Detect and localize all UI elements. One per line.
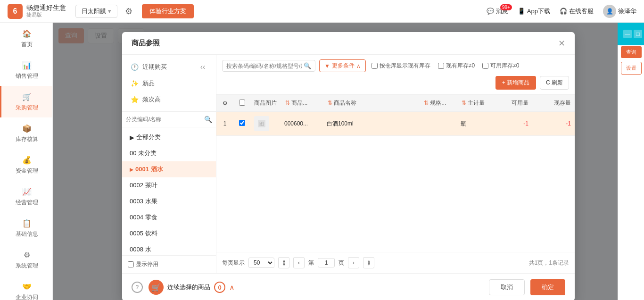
first-page-button[interactable]: ⟪ <box>278 257 289 268</box>
confirm-button[interactable]: 确定 <box>530 279 565 295</box>
app-download-label: App下载 <box>527 7 550 16</box>
settings-button[interactable]: 设置 <box>621 62 642 75</box>
checkbox-warehouse-stock[interactable]: 按仓库显示现有库存 <box>372 62 430 70</box>
add-product-button[interactable]: + 新增商品 <box>495 76 536 90</box>
th-image: 商品图片 <box>250 95 281 112</box>
cart-expand-button[interactable]: ∧ <box>229 283 235 292</box>
message-item[interactable]: 💬 消息 99+ <box>487 7 508 16</box>
cat-caret-liquor: ▶ <box>130 167 133 172</box>
last-page-button[interactable]: ⟫ <box>363 257 374 268</box>
cat-item-all[interactable]: ▶ 全部分类 <box>122 129 216 145</box>
category-search-icon[interactable]: 🔍 <box>204 116 212 123</box>
cat-item-fruit[interactable]: 0003 水果 <box>122 193 216 209</box>
service-item[interactable]: 🎧 在线客服 <box>560 7 594 16</box>
refresh-button[interactable]: C 刷新 <box>540 76 569 90</box>
sidebar-item-operations[interactable]: 📈 经营管理 <box>0 181 52 212</box>
user-item[interactable]: 👤 徐泽华 <box>603 5 636 18</box>
system-icon: ⚙ <box>22 250 32 260</box>
logo-text-block: 畅捷通好生意 捷易版 <box>26 4 66 19</box>
minimize-button[interactable]: — <box>623 30 632 38</box>
cat-label-snack: 0004 零食 <box>130 213 157 222</box>
sort-arrow-code: ⇅ <box>285 100 290 106</box>
th-spec[interactable]: ⇅ 规格... <box>419 95 457 112</box>
nav-item-frequent[interactable]: ⭐ 频次高 <box>126 92 212 108</box>
cat-item-liquor[interactable]: ▶ 0001 酒水 <box>122 161 216 177</box>
settings-gear-button[interactable]: ⚙ <box>121 4 136 19</box>
row-avail: -1 <box>490 112 532 136</box>
sidebar-item-purchase[interactable]: 🛒 采购管理 <box>0 86 52 117</box>
sidebar-item-inventory[interactable]: 📦 库存核算 <box>0 117 52 149</box>
cat-item-beverage[interactable]: 0005 饮料 <box>122 225 216 242</box>
cat-item-water[interactable]: 0008 水 <box>122 242 216 255</box>
maximize-button[interactable]: □ <box>634 30 642 38</box>
toolbar-right-buttons: + 新增商品 C 刷新 <box>495 76 569 90</box>
app-download-item[interactable]: 📱 App下载 <box>518 7 550 16</box>
sidebar-item-sales[interactable]: 📊 销售管理 <box>0 54 52 86</box>
show-disabled-label[interactable]: 显示停用 <box>128 260 158 268</box>
checkbox-nonzero-stock[interactable]: 现有库存≠0 <box>438 62 475 70</box>
window-controls: — □ <box>618 23 644 45</box>
cat-item-uncategorized[interactable]: 00 未分类 <box>122 145 216 161</box>
enterprise-icon: 🤝 <box>22 281 32 292</box>
row-name: 白酒100ml <box>323 112 419 136</box>
main-area: 查询 设置 刷新 商品参照 ✕ 🕐 <box>53 23 644 300</box>
page-size-select[interactable]: 50 10 20 100 <box>248 258 274 268</box>
cat-item-snack[interactable]: 0004 零食 <box>122 209 216 225</box>
prev-page-button[interactable]: ‹ <box>293 257 305 268</box>
select-all-checkbox[interactable] <box>239 100 245 106</box>
sidebar-label-operations: 经营管理 <box>16 199 38 207</box>
query-button[interactable]: 查询 <box>621 46 642 58</box>
quick-nav: 🕐 近期购买 ‹‹ ✨ 新品 ⭐ 频次高 <box>122 55 216 112</box>
th-unit[interactable]: ⇅ 主计量 <box>457 95 490 112</box>
avail-stock-checkbox[interactable] <box>482 63 488 69</box>
logo-version: 捷易版 <box>26 11 66 18</box>
cart-label: 连续选择的商品 <box>167 283 210 292</box>
checkbox-avail-stock[interactable]: 可用库存≠0 <box>482 62 519 70</box>
row-stock: -1 <box>532 112 575 136</box>
sort-arrow-name: ⇅ <box>328 100 332 106</box>
sidebar-item-system[interactable]: ⚙ 系统管理 <box>0 244 52 275</box>
product-search-input[interactable] <box>226 63 302 69</box>
sidebar-item-enterprise[interactable]: 🤝 企业协同 <box>0 275 52 300</box>
modal-header: 商品参照 ✕ <box>122 32 575 55</box>
cancel-button[interactable]: 取消 <box>489 279 525 295</box>
nav-selector[interactable]: 日太阳膜 ▾ <box>75 5 117 18</box>
product-search-icon[interactable]: 🔍 <box>304 62 311 69</box>
modal-close-button[interactable]: ✕ <box>558 39 565 48</box>
product-thumbnail: 图 <box>254 116 269 131</box>
category-search-input[interactable] <box>126 116 202 123</box>
sidebar-label-enterprise: 企业协同 <box>16 293 38 300</box>
new-icon: ✨ <box>131 80 139 87</box>
page-number-input[interactable] <box>318 258 335 267</box>
nav-item-recent[interactable]: 🕐 近期购买 ‹‹ <box>126 58 212 75</box>
th-code[interactable]: ⇅ 商品... <box>281 95 323 112</box>
filter-button[interactable]: ▼ 更多条件 ∧ <box>319 59 366 72</box>
page-size-label: 每页显示 <box>222 259 245 267</box>
next-page-button[interactable]: › <box>348 257 359 268</box>
row-checkbox[interactable] <box>239 120 245 126</box>
filter-chevron-icon: ∧ <box>356 63 361 69</box>
header-right: 💬 消息 99+ 📱 App下载 🎧 在线客服 👤 徐泽华 <box>487 5 636 18</box>
sidebar-item-home[interactable]: 🏠 首页 <box>0 23 52 54</box>
th-settings[interactable]: ⚙ <box>216 95 233 112</box>
sidebar-item-basic-info[interactable]: 📋 基础信息 <box>0 212 52 244</box>
footer-action-buttons: 取消 确定 <box>489 279 565 295</box>
help-icon[interactable]: ? <box>132 282 143 293</box>
collapse-button[interactable]: ‹‹ <box>198 62 207 72</box>
cat-label-uncategorized: 00 未分类 <box>130 149 157 158</box>
cat-label-liquor: 0001 酒水 <box>135 165 163 174</box>
table-row[interactable]: 1 图 <box>216 112 575 136</box>
sidebar-item-finance[interactable]: 💰 资金管理 <box>0 149 52 181</box>
trial-button[interactable]: 体验行业方案 <box>142 4 194 18</box>
modal-title: 商品参照 <box>132 39 160 48</box>
filter-icon: ▼ <box>324 63 330 69</box>
svg-text:图: 图 <box>259 121 264 126</box>
row-checkbox-cell <box>233 112 250 136</box>
nav-item-new[interactable]: ✨ 新品 <box>126 75 212 92</box>
show-disabled-checkbox[interactable] <box>128 261 134 267</box>
cat-item-tea[interactable]: 0002 茶叶 <box>122 177 216 193</box>
warehouse-stock-checkbox[interactable] <box>372 63 378 69</box>
nonzero-stock-checkbox[interactable] <box>438 63 444 69</box>
service-label: 在线客服 <box>569 7 594 16</box>
th-name[interactable]: ⇅ 商品名称 <box>323 95 419 112</box>
